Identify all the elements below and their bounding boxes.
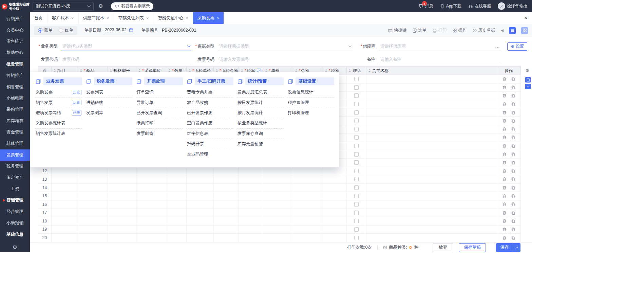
supplier-lookup[interactable]: 请选择供应商 ... [379, 42, 501, 51]
copy-row-icon[interactable] [511, 185, 515, 190]
menu-item[interactable]: 异常订单 [136, 97, 183, 108]
sidebar-item-17[interactable]: 经营管理 [0, 206, 30, 217]
delete-row-icon[interactable] [502, 85, 507, 90]
menu-item[interactable]: 采购发票历史 [35, 87, 82, 97]
user-menu[interactable]: 徐泽华修改 [498, 2, 527, 10]
gift-checkbox[interactable] [354, 119, 359, 123]
copy-row-icon[interactable] [511, 169, 515, 173]
menu-item[interactable]: 进项发票勾稽列表 [35, 108, 82, 118]
invoice-code-input[interactable]: 发票代码 [61, 55, 191, 64]
copy-row-icon[interactable] [511, 85, 515, 90]
grid-config-gear-icon[interactable]: ⚙ [525, 68, 529, 73]
delete-row-icon[interactable] [502, 152, 507, 157]
list-view-button[interactable] [509, 27, 516, 34]
tab-3[interactable]: 草稿凭证列表× [114, 12, 154, 24]
demo-button[interactable]: 我要看实例演示 [111, 2, 153, 10]
sort-icon[interactable] [349, 69, 351, 72]
gift-checkbox[interactable] [354, 144, 359, 148]
tab-close-icon[interactable]: × [107, 16, 109, 20]
gift-checkbox[interactable] [354, 85, 359, 90]
copy-row-icon[interactable] [511, 177, 515, 181]
delete-row-icon[interactable] [502, 177, 507, 181]
ticket-type-select[interactable]: 请选择票据类型 [218, 42, 353, 51]
menu-item[interactable]: 扫码开票 [186, 139, 233, 149]
copy-row-icon[interactable] [511, 135, 515, 140]
delete-row-icon[interactable] [502, 77, 507, 81]
sidebar-item-7[interactable]: 小畅电商 [0, 93, 30, 104]
delete-row-icon[interactable] [502, 169, 507, 173]
sidebar-item-2[interactable]: 零售统计 [0, 36, 30, 47]
gift-checkbox[interactable] [354, 169, 359, 173]
sidebar-item-9[interactable]: 库存核算 [0, 115, 30, 127]
app-download-button[interactable]: App下载 [440, 3, 461, 9]
delete-row-icon[interactable] [502, 127, 507, 131]
gift-checkbox[interactable] [354, 135, 359, 140]
sidebar-item-6[interactable]: 销售管理 [0, 81, 30, 92]
menu-item[interactable]: 按月发票统计 [237, 108, 284, 118]
gift-checkbox[interactable] [354, 219, 359, 223]
delete-row-icon[interactable] [502, 93, 507, 98]
gift-checkbox[interactable] [354, 202, 359, 207]
copy-row-icon[interactable] [511, 160, 515, 165]
column-header-gift[interactable]: 赠品 [347, 67, 366, 75]
save-button[interactable]: 保存 [496, 243, 520, 252]
close-all-tabs-icon[interactable]: × [524, 15, 527, 21]
menu-item[interactable]: 发票月度汇总表 [237, 87, 284, 97]
gift-checkbox[interactable] [354, 110, 359, 115]
tab-close-icon[interactable]: × [71, 16, 74, 20]
invoice-number-input[interactable]: 请输入发票编号 [218, 55, 353, 64]
menu-item[interactable]: 库存余量预警 [237, 139, 284, 149]
delete-row-icon[interactable] [502, 227, 507, 232]
menu-item[interactable]: 发票列表 [86, 87, 133, 97]
menu-item[interactable]: 企业码管理 [186, 149, 233, 159]
menu-item[interactable]: 采购发票统计表 [35, 118, 82, 128]
delete-row-icon[interactable] [502, 110, 507, 115]
column-header-op[interactable]: 操作 [497, 67, 521, 75]
menu-item[interactable]: 普电专票开票 [186, 87, 233, 97]
toolbar-action-4[interactable]: 历史单据 [472, 28, 495, 33]
blue-invoice-radio[interactable]: 蓝单 [38, 28, 53, 33]
gift-checkbox[interactable] [354, 177, 359, 181]
tab-0[interactable]: 首页 [30, 12, 48, 24]
sidebar-item-10[interactable]: 资金管理 [0, 127, 30, 138]
toolbar-action-0[interactable]: 快捷键 [388, 28, 407, 33]
menu-item[interactable]: 按日发票统计 [237, 97, 284, 108]
sidebar-item-0[interactable]: 营销推广 [0, 13, 30, 24]
copy-row-icon[interactable] [511, 77, 515, 81]
delete-row-icon[interactable] [502, 135, 507, 140]
sidebar-item-16[interactable]: 智能管理 [0, 195, 30, 206]
menu-item[interactable]: 进销稽核 [86, 97, 133, 108]
business-type-select[interactable]: 请选择业务类型 [61, 42, 191, 51]
gift-checkbox[interactable] [354, 236, 359, 240]
sidebar-item-4[interactable]: 批发管理 [0, 59, 30, 70]
copy-row-icon[interactable] [511, 127, 515, 131]
sidebar-item-18[interactable]: 小畅报销 [0, 217, 30, 229]
topbar-gear-icon[interactable]: ⚙ [98, 3, 103, 9]
menu-item[interactable]: 打印机管理 [287, 108, 334, 118]
gift-checkbox[interactable] [354, 160, 359, 165]
sidebar-item-19[interactable]: 基础信息 [0, 229, 30, 240]
remark-input[interactable]: 请输入备注 [379, 55, 501, 64]
copy-row-icon[interactable] [511, 227, 515, 232]
tab-4[interactable]: 智能凭证中心× [153, 12, 193, 24]
gift-checkbox[interactable] [354, 102, 359, 106]
toolbar-action-1[interactable]: 选单 [412, 28, 427, 33]
menu-item[interactable]: 发票库存查询 [237, 129, 284, 139]
delete-row-icon[interactable] [502, 202, 507, 207]
delete-row-icon[interactable] [502, 102, 507, 106]
copy-row-icon[interactable] [511, 219, 515, 223]
menu-item[interactable]: 发票测算 [86, 108, 133, 118]
expand-panel-button[interactable] [525, 77, 531, 83]
online-service-button[interactable]: 在线客服 [468, 3, 491, 9]
collapse-left-icon[interactable]: ◀ [501, 28, 504, 33]
workspace-select[interactable]: 测试分开流程-小况 [33, 2, 94, 11]
menu-item[interactable]: 销售发票统计表 [35, 129, 82, 139]
delete-row-icon[interactable] [502, 144, 507, 148]
sidebar-item-12[interactable]: 发票管理 [0, 149, 30, 161]
menu-item[interactable]: 税控盘管理 [287, 97, 334, 108]
lookup-dots-icon[interactable]: ... [495, 44, 500, 49]
gift-checkbox[interactable] [354, 77, 359, 81]
gift-checkbox[interactable] [354, 227, 359, 232]
tab-1[interactable]: 客户账本× [48, 12, 79, 24]
copy-row-icon[interactable] [511, 152, 515, 157]
